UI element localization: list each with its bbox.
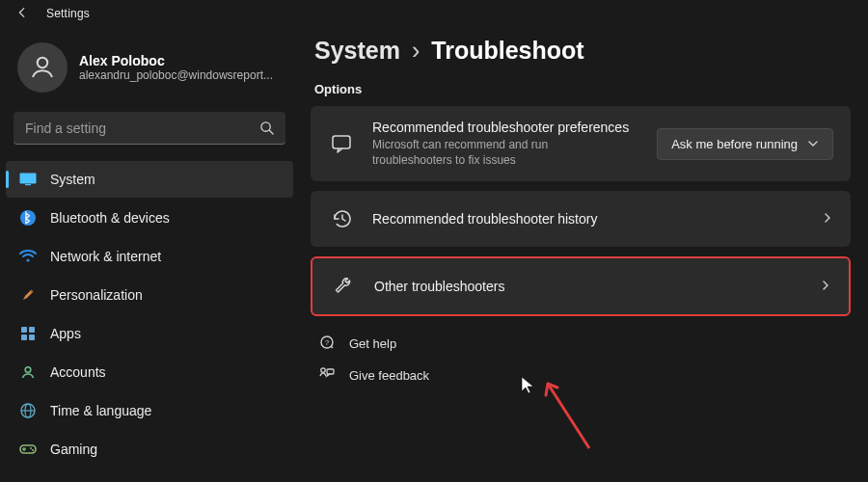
sidebar-item-label: Gaming — [50, 442, 97, 457]
breadcrumb-current: Troubleshoot — [431, 37, 583, 65]
svg-point-6 — [26, 258, 29, 261]
svg-text:?: ? — [325, 338, 330, 347]
sidebar-item-bluetooth[interactable]: Bluetooth & devices — [6, 200, 293, 236]
sidebar-item-network[interactable]: Network & internet — [6, 238, 293, 275]
svg-point-23 — [321, 368, 325, 372]
sidebar-item-gaming[interactable]: Gaming — [6, 431, 293, 468]
back-button[interactable] — [15, 6, 29, 22]
search-box[interactable] — [14, 112, 285, 145]
card-title: Recommended troubleshooter preferences — [372, 120, 639, 135]
card-other-troubleshooters[interactable]: Other troubleshooters — [311, 256, 851, 316]
card-troubleshooter-history[interactable]: Recommended troubleshooter history — [311, 191, 851, 247]
search-input[interactable] — [25, 120, 259, 136]
svg-rect-20 — [333, 136, 350, 148]
back-arrow-icon — [15, 6, 29, 19]
svg-rect-24 — [327, 369, 334, 374]
breadcrumb-separator: › — [412, 37, 420, 65]
content-pane: System › Troubleshoot Options Recommende… — [299, 23, 868, 482]
accounts-icon — [19, 363, 37, 381]
search-icon — [259, 120, 274, 135]
dropdown-value: Ask me before running — [671, 137, 798, 151]
link-label: Get help — [349, 336, 396, 351]
system-icon — [19, 171, 37, 188]
card-title: Other troubleshooters — [374, 279, 802, 294]
link-give-feedback[interactable]: Give feedback — [318, 365, 851, 386]
sidebar-item-label: Personalization — [50, 287, 143, 303]
sidebar-item-apps[interactable]: Apps — [6, 315, 293, 352]
svg-rect-4 — [25, 184, 31, 185]
svg-line-2 — [269, 130, 273, 134]
link-label: Give feedback — [349, 368, 429, 383]
help-icon: ? — [318, 334, 336, 354]
user-name: Alex Poloboc — [79, 53, 273, 68]
svg-rect-3 — [20, 174, 37, 184]
sidebar-item-time-language[interactable]: Time & language — [6, 392, 293, 429]
card-title: Recommended troubleshooter history — [372, 211, 804, 227]
sidebar-item-system[interactable]: System — [6, 161, 293, 198]
card-recommended-preferences[interactable]: Recommended troubleshooter preferences M… — [311, 106, 851, 181]
user-block[interactable]: Alex Poloboc alexandru_poloboc@windowsre… — [0, 35, 299, 108]
breadcrumb-parent[interactable]: System — [314, 37, 400, 65]
section-title-options: Options — [314, 82, 851, 96]
brush-icon — [19, 286, 37, 304]
svg-rect-9 — [21, 335, 27, 340]
sidebar-item-accounts[interactable]: Accounts — [6, 354, 293, 390]
avatar — [17, 42, 68, 93]
wrench-icon — [330, 276, 357, 297]
chevron-right-icon — [820, 278, 831, 295]
svg-point-5 — [20, 210, 36, 226]
sidebar-item-label: Time & language — [50, 403, 151, 418]
person-icon — [28, 53, 57, 82]
svg-rect-7 — [21, 327, 27, 333]
breadcrumb: System › Troubleshoot — [311, 37, 851, 65]
footer-links: ? Get help Give feedback — [311, 334, 851, 386]
user-email: alexandru_poloboc@windowsreport... — [79, 68, 273, 82]
sidebar: Alex Poloboc alexandru_poloboc@windowsre… — [0, 23, 299, 482]
card-subtitle: Microsoft can recommend and run troubles… — [372, 137, 604, 168]
svg-point-17 — [32, 449, 34, 451]
chevron-down-icon — [807, 138, 819, 149]
sidebar-item-label: Network & internet — [50, 249, 161, 264]
apps-icon — [19, 325, 37, 342]
feedback-icon — [318, 365, 336, 386]
link-get-help[interactable]: ? Get help — [318, 334, 851, 354]
svg-point-0 — [38, 58, 48, 68]
nav-list: System Bluetooth & devices Network & int… — [0, 160, 299, 469]
history-icon — [328, 208, 355, 229]
svg-point-11 — [25, 367, 31, 373]
svg-rect-10 — [29, 335, 35, 340]
sidebar-item-personalization[interactable]: Personalization — [6, 277, 293, 313]
globe-icon — [19, 402, 37, 419]
gaming-icon — [19, 441, 37, 458]
sidebar-item-label: Accounts — [50, 364, 106, 380]
chevron-right-icon — [822, 210, 833, 228]
svg-point-16 — [30, 447, 32, 449]
bluetooth-icon — [19, 209, 37, 227]
sidebar-item-label: Bluetooth & devices — [50, 210, 170, 226]
svg-point-1 — [261, 122, 270, 131]
speech-bubble-icon — [328, 133, 355, 154]
sidebar-item-label: Apps — [50, 326, 81, 341]
svg-rect-8 — [29, 327, 35, 333]
wifi-icon — [19, 248, 37, 265]
app-title: Settings — [46, 7, 90, 20]
sidebar-item-label: System — [50, 172, 95, 187]
dropdown-pref[interactable]: Ask me before running — [657, 128, 833, 160]
